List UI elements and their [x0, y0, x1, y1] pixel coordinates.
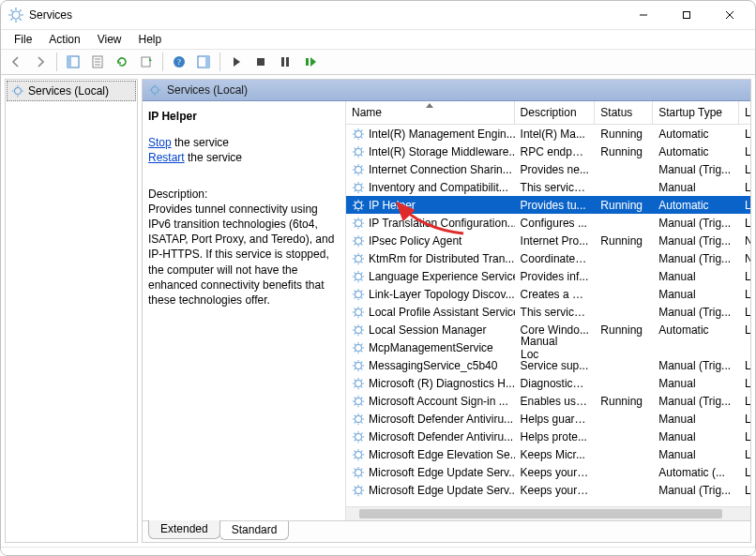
menu-view[interactable]: View — [90, 31, 129, 48]
stop-service-button[interactable] — [249, 51, 272, 73]
close-button[interactable] — [708, 1, 751, 29]
export-list-button[interactable] — [135, 51, 158, 73]
svg-point-128 — [355, 308, 362, 315]
service-name: KtmRm for Distributed Tran... — [369, 252, 514, 265]
svg-line-54 — [361, 147, 362, 148]
service-row[interactable]: MessagingService_c5b40Service sup...Manu… — [346, 356, 750, 374]
service-row[interactable]: Local Profile Assistant ServiceThis serv… — [346, 303, 750, 321]
col-startup[interactable]: Startup Type — [653, 101, 739, 124]
service-name: Local Session Manager — [369, 323, 486, 337]
tree-node-services-local[interactable]: Services (Local) — [7, 81, 136, 101]
service-row[interactable]: Microsoft Account Sign-in ...Enables use… — [346, 392, 750, 410]
svg-line-45 — [361, 129, 362, 130]
scrollbar-thumb[interactable] — [359, 509, 722, 518]
svg-line-170 — [361, 386, 362, 387]
services-window: Services File Action View Help ? — [0, 0, 756, 556]
menu-file[interactable]: File — [7, 31, 39, 48]
gear-icon — [352, 466, 365, 479]
toolbar: ? — [1, 50, 755, 75]
gear-icon — [148, 83, 161, 97]
back-button[interactable] — [5, 51, 27, 73]
svg-line-98 — [361, 244, 362, 245]
service-row[interactable]: McpManagementServiceManualLoc — [346, 338, 750, 356]
svg-line-136 — [355, 315, 355, 316]
refresh-button[interactable] — [111, 51, 133, 73]
svg-point-164 — [355, 380, 362, 386]
service-startup: Manual (Trig... — [653, 395, 739, 408]
service-row[interactable]: Intel(R) Management Engin...Intel(R) Ma.… — [346, 125, 750, 143]
console-tree[interactable]: Services (Local) — [5, 79, 138, 543]
tab-extended[interactable]: Extended — [148, 520, 220, 539]
restart-service-button[interactable] — [298, 51, 321, 73]
menu-action[interactable]: Action — [41, 31, 87, 48]
menu-help[interactable]: Help — [131, 31, 170, 48]
svg-line-97 — [355, 236, 355, 237]
column-headers: Name Description Status Startup Type Log — [346, 101, 750, 125]
service-row[interactable]: KtmRm for Distributed Tran...Coordinates… — [346, 249, 750, 267]
gear-icon — [352, 234, 365, 248]
service-row[interactable]: Microsoft Edge Elevation Se...Keeps Micr… — [346, 445, 750, 463]
titlebar: Services — [1, 1, 755, 30]
service-logon: Loc — [739, 448, 750, 461]
service-row[interactable]: Inventory and Compatibilit...This servic… — [346, 178, 750, 196]
svg-line-7 — [20, 9, 22, 11]
service-logon: Loc — [739, 128, 750, 141]
service-row[interactable]: Microsoft Defender Antiviru...Helps prot… — [346, 428, 750, 445]
stop-link[interactable]: Stop — [148, 136, 172, 149]
svg-line-172 — [355, 386, 355, 387]
forward-button[interactable] — [29, 51, 52, 73]
service-row[interactable]: Microsoft Edge Update Serv...Keeps your … — [346, 463, 750, 481]
svg-line-196 — [355, 432, 355, 433]
svg-line-70 — [355, 183, 355, 184]
service-row[interactable]: Internet Connection Sharin...Provides ne… — [346, 160, 750, 178]
service-row[interactable]: IP HelperProvides tu...RunningAutomaticL… — [346, 196, 750, 214]
service-row[interactable]: Microsoft (R) Diagnostics H...Diagnostic… — [346, 374, 750, 392]
service-row[interactable]: IPsec Policy AgentInternet Pro...Running… — [346, 232, 750, 249]
horizontal-scrollbar[interactable] — [346, 506, 750, 520]
svg-line-190 — [355, 422, 355, 423]
properties-button[interactable] — [86, 51, 109, 73]
service-row[interactable]: Language Experience ServiceProvides inf.… — [346, 267, 750, 285]
show-hide-tree-button[interactable] — [62, 51, 84, 73]
service-description: Keeps your ... — [515, 484, 596, 497]
service-row[interactable]: Microsoft Defender Antiviru...Helps guar… — [346, 410, 750, 428]
svg-line-88 — [355, 218, 355, 219]
service-rows[interactable]: Intel(R) Management Engin...Intel(R) Ma.… — [346, 125, 750, 506]
service-startup: Manual (Trig... — [653, 252, 739, 265]
svg-line-107 — [361, 262, 362, 263]
view-tabs: Extended Standard — [143, 520, 750, 542]
help-button[interactable]: ? — [168, 51, 190, 73]
maximize-button[interactable] — [665, 1, 708, 29]
svg-line-127 — [355, 297, 355, 298]
service-row[interactable]: Intel(R) Storage Middleware...RPC endpoi… — [346, 143, 750, 160]
svg-line-62 — [361, 173, 362, 173]
service-row[interactable]: IP Translation Configuration...Configure… — [346, 214, 750, 232]
svg-line-91 — [355, 226, 355, 227]
svg-line-142 — [355, 325, 355, 326]
col-name[interactable]: Name — [346, 101, 515, 124]
show-hide-action-pane-button[interactable] — [192, 51, 215, 73]
col-status[interactable]: Status — [595, 101, 653, 124]
service-row[interactable]: Microsoft Edge Update Serv...Keeps your … — [346, 481, 750, 499]
svg-line-79 — [355, 201, 355, 202]
restart-link[interactable]: Restart — [148, 151, 185, 164]
minimize-button[interactable] — [622, 1, 665, 29]
tab-standard[interactable]: Standard — [219, 521, 290, 540]
service-startup: Manual — [521, 335, 596, 348]
service-logon: Loc — [739, 430, 750, 443]
svg-point-47 — [355, 148, 362, 155]
toolbar-separator — [219, 53, 220, 71]
start-service-button[interactable] — [225, 51, 248, 73]
gear-icon — [352, 270, 365, 283]
pause-service-button[interactable] — [274, 51, 296, 73]
service-description: ManualLoc — [515, 335, 596, 361]
service-row[interactable]: Link-Layer Topology Discov...Creates a N… — [346, 285, 750, 303]
service-startup: Manual — [653, 181, 739, 194]
col-logon[interactable]: Log — [739, 101, 750, 124]
window-title: Services — [29, 8, 622, 22]
service-logon: Loc — [739, 270, 750, 283]
svg-line-6 — [20, 19, 22, 21]
service-description: Provides inf... — [515, 270, 596, 283]
col-description[interactable]: Description — [515, 101, 596, 124]
svg-line-151 — [355, 343, 355, 344]
